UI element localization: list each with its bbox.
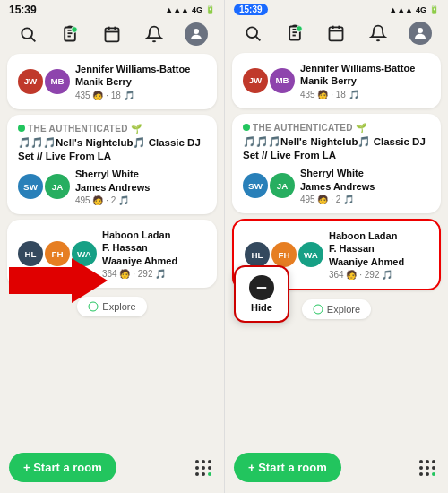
- grid-dot: [432, 466, 435, 470]
- room-meta: 495 🧑 · 2 🎵: [300, 195, 430, 204]
- room-meta: 495 🧑 · 2 🎵: [75, 195, 206, 205]
- room-info: Haboon Ladan F. Hassan Waaniye Ahmed364 …: [329, 229, 428, 280]
- avatar-ja: JA: [45, 174, 70, 199]
- dots-grid-icon[interactable]: [192, 456, 215, 480]
- explore-button[interactable]: Explore: [302, 299, 371, 319]
- svg-rect-21: [330, 27, 343, 40]
- svg-line-1: [31, 38, 36, 42]
- room-card-room3[interactable]: HLFHWAHaboon Ladan F. Hassan Waaniye Ahm…: [232, 219, 441, 290]
- room-card-room2[interactable]: THE AUTHENTICATED 🌱🎵🎵🎵Nell's Nightclub🎵 …: [7, 115, 217, 214]
- grid-dot: [208, 472, 211, 476]
- dots-grid-icon[interactable]: [416, 456, 439, 480]
- room-card-room1[interactable]: JWMBJennifer Williams-Battoe Manik Berry…: [232, 53, 441, 108]
- room-list: JWMBJennifer Williams-Battoe Manik Berry…: [0, 50, 224, 445]
- svg-point-11: [194, 29, 199, 34]
- room-host-row: SWJASherryl White James Andrews495 🧑 · 2…: [18, 168, 206, 205]
- host-avatars: SWJA: [243, 173, 295, 198]
- status-bar: 15:39▲▲▲4G🔋: [0, 0, 224, 18]
- grid-dot: [426, 466, 429, 470]
- search-icon[interactable]: [15, 22, 40, 47]
- host-avatars: HLFHWA: [245, 242, 323, 267]
- signal-icon: ▲▲▲: [389, 5, 413, 14]
- grid-dot: [208, 460, 211, 463]
- room-host-row: SWJASherryl White James Andrews495 🧑 · 2…: [243, 167, 430, 204]
- grid-dot: [419, 466, 423, 470]
- status-icons: ▲▲▲4G🔋: [389, 5, 439, 14]
- grid-dot: [432, 460, 435, 463]
- avatar-ja: JA: [270, 173, 295, 198]
- status-icons: ▲▲▲4G🔋: [165, 5, 215, 14]
- room-host-row: JWMBJennifer Williams-Battoe Manik Berry…: [18, 63, 206, 100]
- host-names: Haboon Ladan F. Hassan Waaniye Ahmed: [102, 229, 206, 267]
- svg-line-15: [256, 37, 261, 41]
- room-meta: 364 🧑 · 292 🎵: [329, 270, 428, 280]
- avatar-mb: MB: [45, 69, 70, 94]
- room-card-room2[interactable]: THE AUTHENTICATED 🌱🎵🎵🎵Nell's Nightclub🎵 …: [232, 114, 441, 213]
- grid-dot: [426, 472, 429, 476]
- svg-point-26: [314, 305, 323, 314]
- profile-avatar[interactable]: [408, 21, 433, 46]
- svg-rect-7: [105, 28, 118, 41]
- svg-point-6: [72, 27, 78, 33]
- profile-avatar[interactable]: [184, 22, 209, 47]
- avatar-mb: MB: [270, 68, 295, 93]
- start-room-label: + Start a room: [23, 461, 102, 474]
- live-indicator: [243, 124, 250, 131]
- avatar-fh: FH: [271, 242, 297, 267]
- grid-dot: [195, 460, 199, 463]
- svg-point-12: [89, 302, 98, 311]
- status-time: 15:39: [9, 4, 37, 16]
- grid-dot: [202, 466, 205, 470]
- bell-icon[interactable]: [366, 21, 391, 46]
- svg-point-20: [297, 26, 303, 32]
- start-room-label: + Start a room: [248, 461, 327, 474]
- explore-label: Explore: [102, 301, 135, 312]
- room-meta: 364 🧑 · 292 🎵: [102, 269, 206, 279]
- host-names: Haboon Ladan F. Hassan Waaniye Ahmed: [329, 229, 428, 268]
- host-names: Sherryl White James Andrews: [300, 167, 430, 193]
- calendar-icon[interactable]: [99, 22, 125, 47]
- host-names: Jennifer Williams-Battoe Manik Berry: [75, 63, 206, 89]
- room-card-room1[interactable]: JWMBJennifer Williams-Battoe Manik Berry…: [7, 54, 217, 109]
- search-icon[interactable]: [240, 21, 265, 46]
- host-names: Sherryl White James Andrews: [75, 168, 206, 194]
- activity-icon[interactable]: [57, 22, 82, 47]
- start-room-button[interactable]: + Start a room: [234, 453, 341, 482]
- room-card-room3[interactable]: HLFHWAHaboon Ladan F. Hassan Waaniye Ahm…: [7, 220, 217, 288]
- signal-icon: ▲▲▲: [165, 5, 189, 14]
- avatar-wa: WA: [298, 242, 323, 267]
- panel-left: 15:39▲▲▲4G🔋JWMBJennifer Williams-Battoe …: [0, 0, 224, 493]
- room-title: 🎵🎵🎵Nell's Nightclub🎵 Classic DJ Set // L…: [18, 136, 206, 163]
- explore-button[interactable]: Explore: [77, 297, 146, 316]
- panel-right: 15:3915:39▲▲▲4G🔋JWMBJennifer Williams-Ba…: [224, 0, 448, 493]
- grid-dot: [195, 472, 199, 476]
- avatar-hl: HL: [245, 242, 270, 267]
- calendar-icon[interactable]: [323, 21, 349, 46]
- grid-dot: [419, 460, 423, 463]
- room-info: Sherryl White James Andrews495 🧑 · 2 🎵: [75, 168, 206, 205]
- explore-label: Explore: [327, 304, 360, 315]
- nav-bar: [225, 17, 448, 49]
- svg-point-25: [418, 28, 423, 33]
- room-info: Jennifer Williams-Battoe Manik Berry435 …: [75, 63, 206, 100]
- room-host-row: JWMBJennifer Williams-Battoe Manik Berry…: [243, 62, 430, 99]
- start-room-button[interactable]: + Start a room: [9, 453, 116, 482]
- activity-icon[interactable]: [282, 21, 307, 46]
- bell-icon[interactable]: [142, 22, 167, 47]
- bottom-bar: + Start a room: [225, 445, 448, 493]
- host-avatars: SWJA: [18, 174, 70, 199]
- nav-bar: [0, 18, 224, 50]
- host-names: Jennifer Williams-Battoe Manik Berry: [300, 62, 430, 88]
- host-avatars: JWMB: [18, 69, 70, 94]
- status-bar: 15:3915:39▲▲▲4G🔋: [225, 0, 448, 17]
- grid-dot: [426, 460, 429, 463]
- room-meta: 435 🧑 · 18 🎵: [300, 90, 430, 99]
- room-meta: 435 🧑 · 18 🎵: [75, 91, 206, 100]
- svg-point-14: [247, 27, 258, 38]
- avatar-fh: FH: [45, 241, 70, 266]
- avatar-jw: JW: [18, 69, 43, 94]
- avatar-sw: SW: [18, 174, 43, 199]
- grid-dot: [202, 472, 205, 476]
- room-host-row: HLFHWAHaboon Ladan F. Hassan Waaniye Ahm…: [245, 229, 428, 280]
- network-label: 4G: [192, 5, 202, 14]
